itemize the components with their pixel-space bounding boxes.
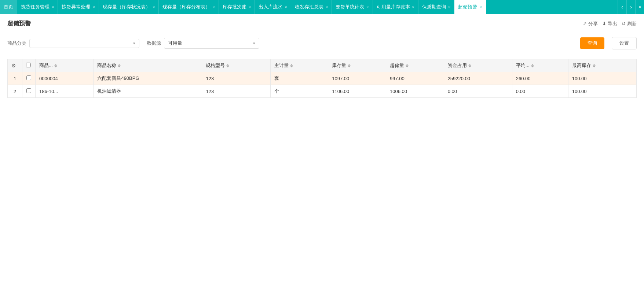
col-spec-header[interactable]: 规格型号 xyxy=(202,59,270,72)
nav-stock-dist[interactable]: 现存量（库存分布表） × xyxy=(159,0,219,14)
row-checkbox-cell xyxy=(22,72,36,85)
spec: 123 xyxy=(202,85,270,98)
select-all-checkbox[interactable] xyxy=(26,63,31,67)
table-row: 2 186-10... 机油滤清器 123 个 1106.00 1006.00 … xyxy=(8,85,637,98)
nav-stock-status-close[interactable]: × xyxy=(153,5,155,9)
col-avg-header[interactable]: 平均... xyxy=(512,59,568,72)
max-stock: 100.00 xyxy=(568,85,636,98)
row-checkbox-cell xyxy=(22,85,36,98)
page-header: 超储预警 ↗ 分享 ⬇ 导出 ↺ 刷新 xyxy=(7,20,637,27)
product-code: 186-10... xyxy=(36,85,94,98)
nav-pick-task-close[interactable]: × xyxy=(52,5,54,9)
col-stock-header[interactable]: 库存量 xyxy=(328,59,386,72)
avg-value: 0.00 xyxy=(512,85,568,98)
nav-stock-batch-close[interactable]: × xyxy=(249,5,251,9)
col-max-stock-label: 最高库存 xyxy=(572,62,591,69)
nav-home[interactable]: 首页 xyxy=(0,0,17,14)
refresh-button[interactable]: ↺ 刷新 xyxy=(622,21,637,27)
nav-stock-status[interactable]: 现存量（库存状况表） × xyxy=(99,0,159,14)
stock-qty: 1097.00 xyxy=(328,72,386,85)
nav-available-stock-close[interactable]: × xyxy=(412,5,414,9)
sort-spec-icon xyxy=(226,64,229,67)
nav-overstock-close[interactable]: × xyxy=(479,5,482,9)
sort-name-icon xyxy=(118,64,121,67)
nav-pick-task[interactable]: 拣货任务管理 × xyxy=(17,0,58,14)
row-checkbox[interactable] xyxy=(26,75,31,80)
nav-stock-batch[interactable]: 库存批次账 × xyxy=(219,0,255,14)
page-title: 超储预警 xyxy=(7,20,31,27)
nav-pick-exception[interactable]: 拣货异常处理 × xyxy=(58,0,99,14)
nav-shelf-life-close[interactable]: × xyxy=(448,5,450,9)
sort-overstock-icon xyxy=(406,64,409,67)
nav-receive-summary-close[interactable]: × xyxy=(326,5,328,9)
nav-receive-summary[interactable]: 收发存汇总表 × xyxy=(291,0,332,14)
col-product-code-label: 商品... xyxy=(39,62,53,69)
refresh-icon: ↺ xyxy=(622,21,626,26)
datasource-label: 数据源 xyxy=(147,40,161,47)
share-button[interactable]: ↗ 分享 xyxy=(583,21,598,27)
nav-available-stock-label: 可用量库存账本 xyxy=(377,4,410,10)
sort-avg-icon xyxy=(531,64,534,67)
overstock-qty: 1006.00 xyxy=(386,85,444,98)
datasource-select[interactable]: 可用量 ▾ xyxy=(164,38,259,49)
nav-shelf-life[interactable]: 保质期查询 × xyxy=(418,0,454,14)
nav-overstock-label: 超储预警 xyxy=(458,4,477,10)
nav-inout-flow-close[interactable]: × xyxy=(285,5,287,9)
category-label: 商品分类 xyxy=(7,40,26,47)
col-capital-header[interactable]: 资金占用 xyxy=(444,59,512,72)
col-settings: ⚙ xyxy=(8,59,22,72)
nav-home-label: 首页 xyxy=(4,4,13,10)
nav-overstock[interactable]: 超储预警 × xyxy=(454,0,486,14)
row-number: 1 xyxy=(8,72,22,85)
nav-pick-exception-label: 拣货异常处理 xyxy=(62,4,90,10)
sort-stock-icon xyxy=(348,64,351,67)
col-unit-label: 主计量 xyxy=(274,62,289,69)
sort-unit-icon xyxy=(290,64,293,67)
sort-capital-icon xyxy=(468,64,471,67)
col-product-name-header[interactable]: 商品名称 xyxy=(94,59,202,72)
nav-pick-task-label: 拣货任务管理 xyxy=(21,4,50,10)
nav-stock-status-label: 现存量（库存状况表） xyxy=(103,4,150,10)
share-label: 分享 xyxy=(588,21,598,27)
table-row: 1 0000004 六配套新昌490BPG 123 套 1097.00 997.… xyxy=(8,72,637,85)
col-product-code-header[interactable]: 商品... xyxy=(36,59,94,72)
category-filter: 商品分类 ▾ xyxy=(7,39,139,48)
nav-pick-exception-close[interactable]: × xyxy=(92,5,95,9)
settings-button[interactable]: 设置 xyxy=(612,37,637,49)
gear-icon[interactable]: ⚙ xyxy=(11,63,16,68)
sort-max-stock-icon xyxy=(593,64,596,67)
top-navigation: 首页 拣货任务管理 × 拣货异常处理 × 现存量（库存状况表） × 现存量（库存… xyxy=(0,0,644,14)
capital-usage: 0.00 xyxy=(444,85,512,98)
nav-shelf-life-label: 保质期查询 xyxy=(422,4,446,10)
nav-arrows: ‹ › × xyxy=(618,0,644,14)
col-avg-label: 平均... xyxy=(516,62,530,69)
filter-row: 商品分类 ▾ 数据源 可用量 ▾ 查询 设置 xyxy=(7,33,637,53)
refresh-label: 刷新 xyxy=(627,21,637,27)
row-checkbox[interactable] xyxy=(26,88,31,93)
col-max-stock-header[interactable]: 最高库存 xyxy=(568,59,636,72)
capital-usage: 259220.00 xyxy=(444,72,512,85)
col-capital-label: 资金占用 xyxy=(448,62,467,69)
nav-available-stock[interactable]: 可用量库存账本 × xyxy=(373,0,418,14)
data-table: ⚙ 商品... 商品名称 xyxy=(7,59,637,98)
col-unit-header[interactable]: 主计量 xyxy=(270,59,328,72)
nav-req-stats-close[interactable]: × xyxy=(366,5,369,9)
row-number: 2 xyxy=(8,85,22,98)
col-product-name-label: 商品名称 xyxy=(97,62,116,69)
nav-stock-dist-close[interactable]: × xyxy=(212,5,215,9)
category-select[interactable]: ▾ xyxy=(29,39,139,48)
query-button[interactable]: 查询 xyxy=(580,37,604,49)
export-button[interactable]: ⬇ 导出 xyxy=(602,21,617,27)
nav-req-stats[interactable]: 要货单统计表 × xyxy=(332,0,373,14)
nav-next-btn[interactable]: › xyxy=(626,0,635,14)
share-icon: ↗ xyxy=(583,21,587,26)
nav-prev-btn[interactable]: ‹ xyxy=(618,0,626,14)
export-icon: ⬇ xyxy=(602,21,606,26)
chevron-down-icon: ▾ xyxy=(133,41,135,46)
nav-inout-flow[interactable]: 出入库流水 × xyxy=(255,0,291,14)
nav-close-all-btn[interactable]: × xyxy=(635,0,644,14)
unit: 套 xyxy=(270,72,328,85)
product-name: 机油滤清器 xyxy=(94,85,202,98)
nav-req-stats-label: 要货单统计表 xyxy=(336,4,364,10)
col-overstock-header[interactable]: 超储量 xyxy=(386,59,444,72)
